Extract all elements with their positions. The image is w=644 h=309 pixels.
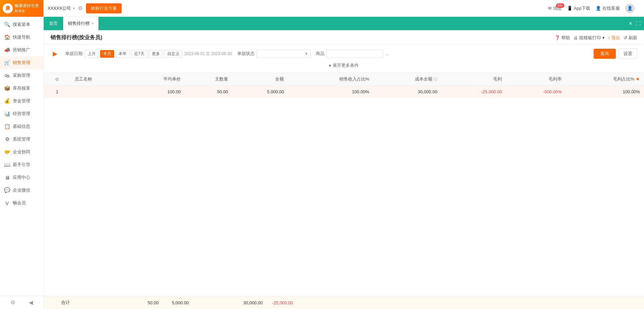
- user-avatar[interactable]: 👤: [625, 4, 635, 13]
- company-dropdown-icon: ▾: [73, 6, 75, 10]
- help-label: 帮助: [561, 35, 570, 41]
- nav-label-finance: 资金管理: [13, 98, 30, 104]
- page-header: 销售排行榜(按业务员) ❓ 帮助 🖨 按模板打印 ▾ ↑ 导出 ↺ 刷新: [44, 30, 644, 44]
- col-sales-ratio-header: 销售收入占比%: [288, 73, 373, 86]
- print-button[interactable]: 🖨 按模板打印 ▾: [573, 35, 605, 41]
- sidebar-item-sales[interactable]: 🛒销售管理: [0, 56, 43, 69]
- sidebar-item-guide[interactable]: 📖新手引导: [0, 158, 43, 171]
- col-settings[interactable]: ⚙: [44, 73, 71, 86]
- expand-more-button[interactable]: ▾ 展开更多条件: [329, 62, 359, 68]
- export-label: 导出: [611, 35, 620, 41]
- nav-label-system: 系统管理: [13, 136, 30, 142]
- nav-icon-basic: 📋: [4, 123, 10, 130]
- message-icon: ✉: [548, 6, 552, 11]
- sidebar-item-finance[interactable]: 💰资金管理: [0, 95, 43, 107]
- footer-cost: 30,000.00: [226, 300, 263, 305]
- expand-label: 展开更多条件: [333, 62, 359, 68]
- date-buttons: 上月本月本年近7天更多自定义: [85, 50, 182, 58]
- sidebar-item-purchase[interactable]: 🛍采购管理: [0, 69, 43, 82]
- sidebar-item-inventory[interactable]: 📦库存核算: [0, 82, 43, 95]
- goods-more-icon[interactable]: ...: [385, 51, 388, 56]
- date-filter-group: 单据日期 上月本月本年近7天更多自定义 2023-06-01 至 2023-06…: [65, 50, 232, 58]
- sidebar-bottom: ⚙ ◀: [0, 296, 43, 309]
- query-button[interactable]: 查询: [594, 49, 616, 59]
- nav-label-guide: 新手引导: [13, 162, 30, 168]
- date-btn-0[interactable]: 上月: [85, 50, 99, 58]
- company-selector[interactable]: XXXXX公司 ▾: [48, 5, 75, 11]
- col-gross-rate-header: 毛利率: [506, 73, 566, 86]
- col-avg-price-header: 平均单价: [128, 73, 185, 86]
- footer-gross: -25,000.00: [263, 300, 293, 305]
- sidebar-item-marketing[interactable]: 📣营销推广: [0, 44, 43, 56]
- sidebar-item-basic[interactable]: 📋基础信息: [0, 120, 43, 133]
- col-qty-header: 主数量: [185, 73, 232, 86]
- sidebar-item-search[interactable]: 🔍搜索菜单: [0, 18, 43, 31]
- sidebar-item-operation[interactable]: 📊经营管理: [0, 107, 43, 120]
- search-expand-icon[interactable]: ▶: [50, 49, 60, 58]
- refresh-button[interactable]: ↺ 刷新: [624, 35, 637, 41]
- online-service-button[interactable]: 👤 在线客服: [596, 5, 620, 11]
- sidebar-item-member[interactable]: V畅会员: [0, 197, 43, 209]
- footer-amount: 5,000.00: [159, 300, 189, 305]
- date-btn-1[interactable]: 本月: [100, 50, 114, 58]
- app-logo: 康 畅康通好生意 标准版: [0, 0, 43, 17]
- print-label: 按模板打印: [579, 35, 601, 41]
- filter-row: ▶ 单据日期 上月本月本年近7天更多自定义 2023-06-01 至 2023-…: [50, 48, 637, 59]
- cell-qty-0: 50.00: [185, 86, 232, 98]
- date-btn-4[interactable]: 更多: [149, 50, 163, 58]
- nav-icon-appstore: 🖥: [4, 175, 10, 181]
- cell-rank-0: 1: [44, 86, 71, 98]
- sidebar-item-wechat[interactable]: 💬企业微信: [0, 184, 43, 197]
- nav-label-inventory: 库存核算: [13, 85, 30, 91]
- nav-icon-inventory: 📦: [4, 85, 10, 91]
- help-icon: ❓: [555, 35, 560, 40]
- status-label: 单据状态: [237, 51, 255, 57]
- date-btn-3[interactable]: 近7天: [131, 50, 147, 58]
- status-select[interactable]: ▾: [257, 50, 310, 58]
- tab-close-icon[interactable]: ×: [92, 21, 94, 25]
- page-actions: ❓ 帮助 🖨 按模板打印 ▾ ↑ 导出 ↺ 刷新: [555, 35, 638, 41]
- col-gross-ratio-header: 毛利占比% ★: [566, 73, 644, 86]
- app-download-button[interactable]: 📱 App下载: [567, 5, 590, 11]
- export-button[interactable]: ↑ 导出: [608, 35, 620, 41]
- sidebar-collapse-icon[interactable]: ◀: [29, 299, 33, 306]
- col-gross-header: 毛利: [441, 73, 506, 86]
- nav-label-operation: 经营管理: [13, 111, 30, 117]
- date-btn-5[interactable]: 自定义: [164, 50, 182, 58]
- cost-info-icon[interactable]: ⓘ: [434, 77, 437, 81]
- tab-close-window-icon[interactable]: ✕: [629, 21, 633, 26]
- refresh-icon: ↺: [624, 35, 627, 40]
- page-title: 销售排行榜(按业务员): [50, 34, 102, 41]
- app-download-label: App下载: [574, 5, 590, 11]
- topbar-settings-icon[interactable]: ⚙: [78, 5, 83, 11]
- tab-sales-rank[interactable]: 销售排行榜 ×: [63, 17, 98, 30]
- tab-home[interactable]: 首页: [44, 17, 63, 30]
- expand-more-row: ▾ 展开更多条件: [50, 62, 637, 68]
- tab-maximize-icon[interactable]: ⛶: [636, 21, 641, 26]
- cell-gross-0: -25,000.00: [441, 86, 506, 98]
- nav-label-enterprise: 企业协同: [13, 149, 30, 155]
- nav-icon-guide: 📖: [4, 162, 10, 168]
- message-badge: 99+: [556, 3, 564, 8]
- trial-button[interactable]: 体验行业方案: [86, 3, 122, 13]
- tab-sales-rank-label: 销售排行榜: [68, 20, 90, 27]
- message-button[interactable]: ✉ 消息 99+: [548, 5, 562, 11]
- nav-label-member: 畅会员: [13, 200, 26, 206]
- sidebar-item-system[interactable]: ⚙系统管理: [0, 133, 43, 146]
- settings-button[interactable]: 设置: [618, 48, 637, 59]
- nav-icon-system: ⚙: [4, 136, 10, 142]
- cell-sales-ratio-0: 100.00%: [288, 86, 373, 98]
- nav-icon-wechat: 💬: [4, 187, 10, 193]
- help-button[interactable]: ❓ 帮助: [555, 35, 570, 41]
- nav-label-sales: 销售管理: [13, 60, 30, 66]
- goods-input[interactable]: [327, 50, 383, 58]
- sidebar-settings-icon[interactable]: ⚙: [10, 299, 15, 306]
- service-icon: 👤: [596, 6, 601, 11]
- sidebar-item-enterprise[interactable]: 🤝企业协同: [0, 146, 43, 158]
- nav-label-quick-nav: 快捷导航: [13, 34, 30, 40]
- goods-filter-group: 商品 ...: [316, 50, 388, 58]
- sidebar-item-quick-nav[interactable]: 🏠快捷导航: [0, 31, 43, 44]
- date-btn-2[interactable]: 本年: [116, 50, 130, 58]
- cell-avg-price-0: 100.00: [128, 86, 185, 98]
- sidebar-item-appstore[interactable]: 🖥应用中心: [0, 171, 43, 184]
